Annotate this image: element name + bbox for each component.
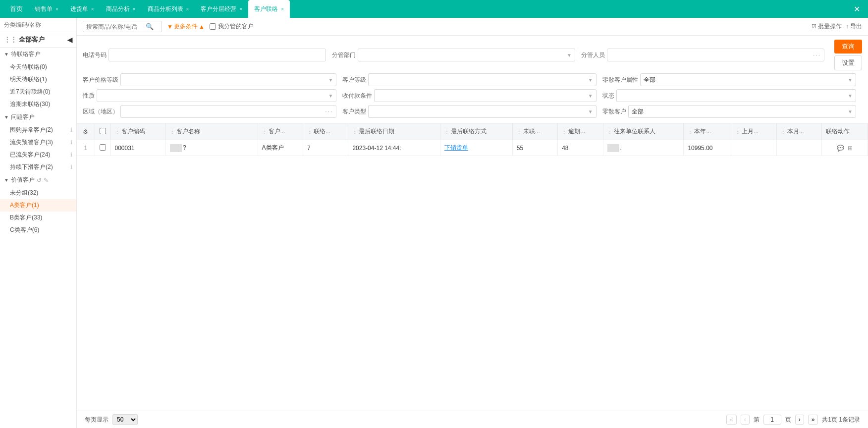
th-last-method[interactable]: ⋮ 最后联络方式	[440, 123, 513, 140]
problem-arrow-icon: ▼	[4, 114, 9, 120]
my-customers-checkbox-label[interactable]: 我分管的客户	[210, 22, 254, 31]
sidebar-item-class-c[interactable]: C类客户(6)	[0, 224, 76, 236]
query-settings-btns: 查询 设置	[834, 40, 862, 70]
th-level[interactable]: ⋮ 客户...	[258, 123, 303, 140]
sidebar-all-customers[interactable]: ⋮⋮全部客户 ◀	[0, 32, 76, 48]
th-code[interactable]: ⋮ 客户编码	[110, 123, 165, 140]
sort-dots-this-month: ⋮	[781, 129, 786, 134]
value-edit-icon[interactable]: ✎	[44, 177, 49, 184]
sidebar-item-today[interactable]: 今天待联络(0)	[0, 61, 76, 73]
dept-label: 分管部门	[332, 51, 356, 59]
sidebar-item-class-b[interactable]: B类客户(33)	[0, 212, 76, 224]
tab-customer-tier[interactable]: 客户分层经营 ×	[195, 0, 248, 18]
th-overdue[interactable]: ⋮ 逾期...	[558, 123, 603, 140]
sidebar-item-overdue[interactable]: 逾期未联络(30)	[0, 98, 76, 110]
info-icon-warning: ℹ	[70, 139, 72, 146]
person-select[interactable]: ···	[607, 49, 824, 61]
main-search-icon[interactable]: 🔍	[146, 23, 154, 30]
table-settings-icon[interactable]: ⚙	[83, 128, 88, 135]
tab-product-analysis-close[interactable]: ×	[133, 6, 136, 12]
more-conditions-button[interactable]: ▼ 更多条件 ▲	[167, 22, 205, 31]
main-search-input[interactable]	[86, 23, 146, 30]
first-page-button[interactable]: «	[726, 415, 737, 425]
th-last-month[interactable]: ⋮ 上月...	[731, 123, 776, 140]
customer-type-select[interactable]: ▼	[368, 105, 596, 118]
region-select[interactable]: ···	[120, 105, 336, 118]
dept-select[interactable]: ▼	[358, 49, 575, 61]
tab-sales[interactable]: 销售单 ×	[29, 0, 64, 18]
tab-purchase-close[interactable]: ×	[91, 6, 94, 12]
tab-purchase[interactable]: 进货单 ×	[64, 0, 100, 18]
sidebar-item-lost[interactable]: 已流失客户(24) ℹ	[0, 149, 76, 161]
sidebar-item-class-a[interactable]: A类客户(1)	[0, 199, 76, 212]
select-all-checkbox[interactable]	[100, 128, 106, 134]
tab-product-list[interactable]: 商品分析列表 ×	[142, 0, 195, 18]
global-close-button[interactable]: ✕	[850, 4, 864, 14]
page-size-select[interactable]: 50 100 200	[112, 414, 138, 425]
query-button[interactable]: 查询	[834, 40, 862, 54]
filters-row-1: 电话号码 分管部门 ▼ 分管人员 ···	[83, 40, 862, 70]
th-last-date[interactable]: ⋮ 最后联络日期	[348, 123, 440, 140]
my-customers-checkbox[interactable]	[210, 23, 216, 30]
cell-checkbox[interactable]	[95, 140, 110, 156]
page-input[interactable]	[763, 415, 781, 425]
tab-sales-close[interactable]: ×	[55, 6, 58, 12]
tab-product-list-close[interactable]: ×	[186, 6, 189, 12]
sort-dots-overdue: ⋮	[562, 129, 567, 134]
tab-customer-contact-close[interactable]: ×	[281, 6, 284, 12]
sidebar-group-value[interactable]: ▼ 价值客户 ↺ ✎	[0, 173, 76, 187]
filter-dept: 分管部门 ▼	[332, 49, 581, 61]
sidebar-item-tomorrow[interactable]: 明天待联络(1)	[0, 73, 76, 86]
th-name[interactable]: ⋮ 客户名称	[165, 123, 258, 140]
settings-button[interactable]: 设置	[834, 55, 862, 70]
th-this-year[interactable]: ⋮ 本年...	[684, 123, 731, 140]
sidebar-search-input[interactable]	[4, 21, 77, 28]
batch-op-btn[interactable]: ☑ 批量操作	[812, 22, 842, 31]
th-unit-contact[interactable]: ⋮ 往来单位联系人	[603, 123, 684, 140]
retail-attr-select[interactable]: 全部 ▼	[640, 73, 856, 86]
sidebar-item-ungrouped[interactable]: 未分组(32)	[0, 187, 76, 199]
th-settings[interactable]: ⚙	[77, 123, 95, 140]
sidebar-item-declining[interactable]: 持续下滑客户(2) ℹ	[0, 161, 76, 173]
th-checkbox[interactable]	[95, 123, 110, 140]
next-page-button[interactable]: ›	[795, 415, 804, 425]
tab-product-analysis[interactable]: 商品分析 ×	[100, 0, 142, 18]
row-checkbox[interactable]	[100, 144, 106, 151]
sidebar-group-pending[interactable]: ▼ 待联络客户	[0, 48, 76, 61]
tab-customer-contact-label: 客户联络	[254, 5, 278, 13]
sidebar-item-abnormal[interactable]: 囤购异常客户(2) ℹ	[0, 124, 76, 136]
th-this-month[interactable]: ⋮ 本月...	[776, 123, 821, 140]
filter-customer-level: 客户等级 ▼	[342, 73, 602, 86]
th-contact[interactable]: ⋮ 联络...	[303, 123, 348, 140]
sort-dots-no-contact: ⋮	[517, 129, 522, 134]
last-page-button[interactable]: »	[808, 415, 818, 425]
export-btn[interactable]: ↑ 导出	[846, 22, 862, 31]
sort-dots-contact: ⋮	[307, 129, 312, 134]
sidebar-group-problem[interactable]: ▼ 问题客户	[0, 110, 76, 124]
payment-select[interactable]: ▼	[374, 89, 596, 102]
status-arrow-icon: ▼	[848, 93, 853, 99]
tab-customer-tier-close[interactable]: ×	[239, 6, 242, 12]
payment-label: 收付款条件	[342, 92, 372, 100]
grid-icon[interactable]: ⊞	[848, 145, 853, 152]
tab-customer-contact[interactable]: 客户联络 ×	[248, 0, 290, 18]
value-refresh-icon[interactable]: ↺	[37, 177, 42, 184]
filter-phone: 电话号码	[83, 49, 332, 61]
sidebar-item-warning[interactable]: 流失预警客户(3) ℹ	[0, 136, 76, 149]
phone-input[interactable]	[108, 49, 326, 61]
cell-last-method[interactable]: 下销货单	[440, 140, 513, 156]
price-level-select[interactable]: ▼	[120, 73, 336, 86]
customer-name-block	[170, 144, 182, 152]
customer-level-select[interactable]: ▼	[368, 73, 596, 86]
chat-icon[interactable]: 💬	[837, 145, 844, 152]
status-select[interactable]: ▼	[616, 89, 856, 102]
th-no-contact[interactable]: ⋮ 未联...	[512, 123, 557, 140]
prev-page-button[interactable]: ‹	[741, 415, 750, 425]
home-button[interactable]: 首页	[4, 0, 29, 18]
retail-select[interactable]: 全部 ▼	[628, 105, 856, 118]
cell-action[interactable]: 💬 ⊞	[822, 140, 868, 156]
nature-select[interactable]: ▼	[97, 89, 336, 102]
sidebar-collapse-icon[interactable]: ◀	[67, 36, 72, 44]
unit-contact-block	[607, 144, 619, 152]
sidebar-item-7days[interactable]: 近7天待联络(0)	[0, 86, 76, 98]
